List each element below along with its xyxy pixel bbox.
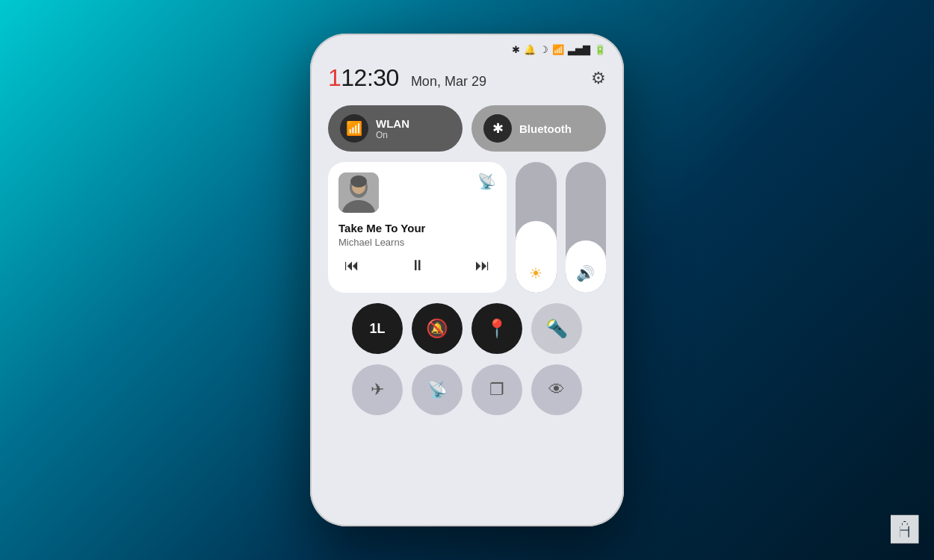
bell-status-icon: 🔔 <box>524 44 536 55</box>
song-artist: Michael Learns <box>338 237 496 248</box>
volume-slider[interactable]: 🔊 <box>566 162 606 293</box>
screen-icon: ❐ <box>489 380 504 399</box>
wlan-text: WLAN On <box>376 117 409 140</box>
battery-status-icon: 🔋 <box>594 44 606 55</box>
mute-icon: 🔕 <box>426 318 448 339</box>
bluetooth-label: Bluetooth <box>519 122 572 135</box>
next-button[interactable]: ⏭ <box>472 254 493 277</box>
song-title: Take Me To Your <box>338 222 496 235</box>
eye-icon: 👁 <box>548 380 565 399</box>
wifi-icon: 📶 <box>346 120 362 137</box>
album-art <box>338 172 379 213</box>
airplane-icon: ✈ <box>371 380 384 399</box>
settings-icon[interactable]: ⚙ <box>591 69 606 88</box>
1l-icon: 1L <box>369 321 385 337</box>
mute-button[interactable]: 🔕 <box>412 303 463 354</box>
cast2-button[interactable]: 📡 <box>412 364 463 415</box>
brightness-icon: ☀ <box>529 264 542 282</box>
media-info: Take Me To Your Michael Learns <box>338 222 496 248</box>
wlan-sublabel: On <box>376 130 409 140</box>
status-icons: ✱ 🔔 ☽ 📶 ▃▅▇ 🔋 <box>512 44 606 55</box>
control-center: 112:30 Mon, Mar 29 ⚙ 📶 WLAN On ✱ <box>310 58 624 526</box>
eye-button[interactable]: 👁 <box>531 364 582 415</box>
media-top: 📡 <box>338 172 496 213</box>
circles-row-2: ✈ 📡 ❐ 👁 <box>328 364 606 415</box>
wifi-status-icon: 📶 <box>552 44 564 55</box>
circles-row-1: 1L 🔕 📍 🔦 <box>328 303 606 354</box>
time-red-digit: 1 <box>328 64 341 91</box>
bluetooth-icon: ✱ <box>492 120 504 137</box>
1l-button[interactable]: 1L <box>352 303 403 354</box>
flashlight-icon: 🔦 <box>545 318 568 339</box>
time-date-group: 112:30 Mon, Mar 29 <box>328 64 486 92</box>
cast-icon[interactable]: 📡 <box>477 172 496 190</box>
media-sliders-row: 📡 Take Me To Your Michael Learns ⏮ ⏸ ⏭ ☀ <box>328 162 606 293</box>
flashlight-button[interactable]: 🔦 <box>531 303 582 354</box>
media-card: 📡 Take Me To Your Michael Learns ⏮ ⏸ ⏭ <box>328 162 507 293</box>
toggle-row: 📶 WLAN On ✱ Bluetooth <box>328 105 606 152</box>
status-bar: ✱ 🔔 ☽ 📶 ▃▅▇ 🔋 <box>310 34 624 58</box>
pause-button[interactable]: ⏸ <box>407 254 428 277</box>
prev-button[interactable]: ⏮ <box>341 254 362 277</box>
date-display: Mon, Mar 29 <box>411 74 486 90</box>
bluetooth-status-icon: ✱ <box>512 44 520 55</box>
location-button[interactable]: 📍 <box>471 303 522 354</box>
bluetooth-icon-circle: ✱ <box>483 114 512 143</box>
screen-button[interactable]: ❐ <box>471 364 522 415</box>
airplane-button[interactable]: ✈ <box>352 364 403 415</box>
time-display: 112:30 <box>328 64 399 92</box>
brightness-slider[interactable]: ☀ <box>516 162 556 293</box>
time-row: 112:30 Mon, Mar 29 ⚙ <box>328 64 606 92</box>
signal-status-icon: ▃▅▇ <box>568 44 590 55</box>
wlan-icon-circle: 📶 <box>340 114 368 143</box>
time-rest: 12:30 <box>341 64 399 91</box>
location-icon: 📍 <box>486 318 508 339</box>
sliders-col: ☀ 🔊 <box>516 162 606 293</box>
moon-status-icon: ☽ <box>539 44 548 55</box>
watermark: 🅰 <box>891 515 918 547</box>
volume-icon: 🔊 <box>576 264 595 282</box>
cast2-icon: 📡 <box>427 380 448 399</box>
media-controls: ⏮ ⏸ ⏭ <box>338 254 496 277</box>
wlan-toggle[interactable]: 📶 WLAN On <box>328 105 463 152</box>
bluetooth-toggle[interactable]: ✱ Bluetooth <box>471 105 606 152</box>
svg-point-4 <box>350 175 367 187</box>
bluetooth-text: Bluetooth <box>519 122 572 135</box>
wlan-label: WLAN <box>376 117 409 130</box>
phone-frame: ✱ 🔔 ☽ 📶 ▃▅▇ 🔋 112:30 Mon, Mar 29 ⚙ 📶 <box>310 34 624 526</box>
